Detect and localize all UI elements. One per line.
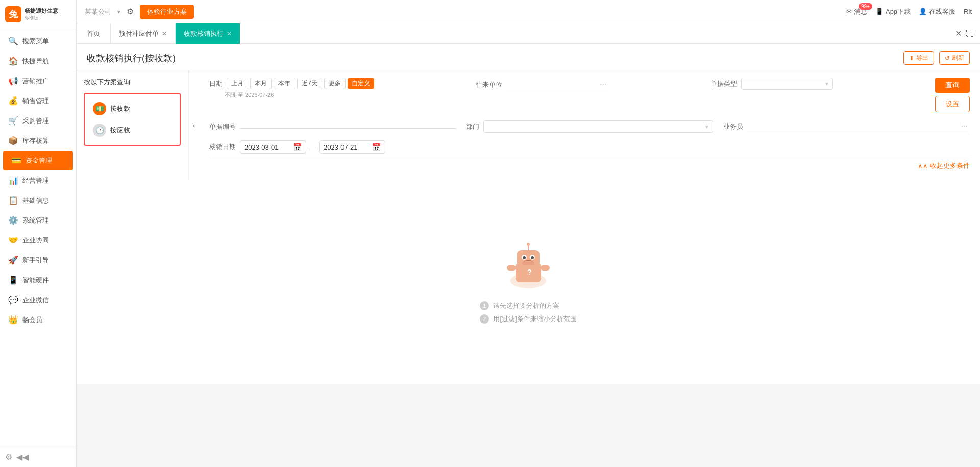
- settings-icon[interactable]: ⚙: [5, 452, 12, 462]
- sidebar-item-marketing[interactable]: 📢 营销推广: [0, 71, 76, 91]
- date-label: 日期: [209, 79, 223, 88]
- page-header: 收款核销执行(按收款) ⬆ 导出 ↺ 刷新: [77, 44, 980, 70]
- more-dates-btn[interactable]: 更多: [324, 78, 346, 89]
- counterparty-input[interactable]: ···: [506, 78, 608, 91]
- svg-rect-11: [541, 265, 550, 271]
- close-tab-icon[interactable]: ✕: [955, 29, 962, 38]
- collapse-sidebar-icon[interactable]: ◀◀: [16, 452, 29, 462]
- company-name: 某某公司: [85, 7, 111, 16]
- page-header-actions: ⬆ 导出 ↺ 刷新: [903, 51, 970, 65]
- doc-type-field: 单据类型 ▾: [710, 78, 833, 90]
- message-button[interactable]: ✉ 消息 99+: [846, 7, 867, 16]
- logo-icon: 兔: [5, 6, 21, 22]
- last-7days-btn[interactable]: 近7天: [297, 78, 322, 89]
- sidebar-item-system[interactable]: ⚙️ 系统管理: [0, 210, 76, 230]
- filter-panel-title: 按以下方案查询: [84, 78, 181, 87]
- filter-options: 💵 按收款 🕐 按应收: [84, 93, 181, 146]
- topbar: 某某公司 ▾ ⚙ 体验行业方案 ✉ 消息 99+ 📱 App下载 👤 在线客服 …: [77, 0, 980, 23]
- sidebar-item-quick-nav[interactable]: 🏠 快捷导航: [0, 51, 76, 71]
- query-button[interactable]: 查询: [935, 78, 970, 93]
- sidebar-item-finance[interactable]: 💳 资金管理: [3, 151, 73, 170]
- tab-close-collection[interactable]: ✕: [227, 30, 232, 37]
- settings-button[interactable]: 设置: [935, 96, 970, 112]
- system-icon: ⚙️: [8, 215, 18, 225]
- sidebar-item-wechat[interactable]: 💬 企业微信: [0, 290, 76, 310]
- counterparty-dots[interactable]: ···: [598, 80, 608, 89]
- salesperson-dots[interactable]: ···: [959, 121, 970, 131]
- search-icon: 🔍: [8, 36, 18, 46]
- salesperson-input[interactable]: ···: [747, 119, 970, 133]
- receivable-icon: 🕐: [93, 124, 106, 137]
- solution-button[interactable]: 体验行业方案: [140, 5, 194, 19]
- tabbar-actions: ✕ ⛶: [949, 29, 980, 38]
- sidebar-item-purchase[interactable]: 🛒 采购管理: [0, 111, 76, 131]
- salesperson-field: 业务员 ···: [723, 119, 970, 133]
- inventory-icon: 📦: [8, 136, 18, 145]
- custom-date-tag[interactable]: 自定义: [348, 78, 374, 89]
- department-select[interactable]: ▾: [483, 120, 713, 133]
- doc-number-input[interactable]: [240, 124, 456, 129]
- collapse-more-btn[interactable]: ∧∧ 收起更多条件: [209, 159, 970, 173]
- department-arrow-icon: ▾: [705, 123, 708, 130]
- search-row-2: 单据编号 部门 ▾ 业务员 ···: [209, 119, 970, 133]
- sidebar-item-sales[interactable]: 💰 销售管理: [0, 91, 76, 111]
- refresh-icon: ↺: [945, 55, 950, 62]
- tab-collection[interactable]: 收款核销执行 ✕: [176, 23, 240, 44]
- sidebar-item-member[interactable]: 👑 畅会员: [0, 310, 76, 330]
- filter-collapse-btn[interactable]: »: [189, 70, 199, 180]
- refresh-button[interactable]: ↺ 刷新: [939, 51, 970, 65]
- doc-type-select[interactable]: ▾: [741, 78, 833, 90]
- filter-option-receivable[interactable]: 🕐 按应收: [85, 119, 180, 141]
- filter-option-receipt[interactable]: 💵 按收款: [85, 98, 180, 119]
- verify-date-start-input[interactable]: 2023-03-01 📅: [240, 140, 306, 154]
- tab-home[interactable]: 首页: [77, 23, 111, 44]
- receipt-icon: 💵: [93, 102, 106, 115]
- this-month-btn[interactable]: 本月: [250, 78, 272, 89]
- tab-prepay[interactable]: 预付冲应付单 ✕: [111, 23, 176, 44]
- topbar-gear-icon[interactable]: ⚙: [127, 7, 134, 16]
- company-arrow-icon[interactable]: ▾: [117, 8, 120, 15]
- doc-number-label: 单据编号: [209, 122, 236, 131]
- date-no-limit: 不限: [225, 91, 236, 99]
- service-icon: 👤: [919, 8, 927, 15]
- tab-close-prepay[interactable]: ✕: [162, 30, 167, 37]
- last-month-btn[interactable]: 上月: [227, 78, 248, 89]
- enterprise-icon: 🤝: [8, 235, 18, 245]
- tip-num-2: 2: [480, 314, 489, 324]
- svg-text:?: ?: [527, 268, 532, 276]
- sidebar-nav: 🔍 搜索菜单 🏠 快捷导航 📢 营销推广 💰 销售管理 🛒 采购管理 📦 库存核…: [0, 29, 76, 447]
- sidebar-item-guide[interactable]: 🚀 新手引导: [0, 250, 76, 270]
- sidebar-item-operation[interactable]: 📊 经营管理: [0, 170, 76, 190]
- verify-date-label: 核销日期: [209, 142, 236, 152]
- receivable-label: 按应收: [110, 126, 130, 135]
- verify-date-range: 2023-03-01 📅 — 2023-07-21 📅: [240, 140, 385, 154]
- app-download-button[interactable]: 📱 App下载: [875, 7, 911, 16]
- sidebar-item-inventory[interactable]: 📦 库存核算: [0, 131, 76, 151]
- search-area: 日期 上月 本月 本年 近7天 更多 自定义 不限: [199, 70, 980, 180]
- message-icon: ✉: [846, 8, 852, 15]
- svg-rect-9: [522, 262, 534, 265]
- department-label: 部门: [466, 122, 479, 131]
- tabbar: 首页 预付冲应付单 ✕ 收款核销执行 ✕ ✕ ⛶: [77, 23, 980, 44]
- sidebar-item-enterprise[interactable]: 🤝 企业协同: [0, 230, 76, 250]
- filter-panel: 按以下方案查询 💵 按收款 🕐 按应收: [77, 70, 189, 180]
- purchase-icon: 🛒: [8, 116, 18, 126]
- calendar-start-icon: 📅: [293, 143, 302, 151]
- sidebar-item-search[interactable]: 🔍 搜索菜单: [0, 31, 76, 51]
- sidebar: 兔 畅捷通好生意 标准版 🔍 搜索菜单 🏠 快捷导航 📢 营销推广 💰 销售管理…: [0, 0, 77, 467]
- sales-icon: 💰: [8, 96, 18, 106]
- tip-num-1: 1: [480, 301, 489, 310]
- verify-date-end-input[interactable]: 2023-07-21 📅: [319, 140, 385, 154]
- export-button[interactable]: ⬆ 导出: [903, 51, 934, 65]
- counterparty-label: 往来单位: [476, 80, 502, 89]
- svg-point-6: [531, 256, 534, 259]
- finance-icon: 💳: [11, 156, 21, 165]
- online-service-button[interactable]: 👤 在线客服: [919, 7, 955, 16]
- sidebar-item-basic-info[interactable]: 📋 基础信息: [0, 190, 76, 210]
- date-separator: —: [309, 143, 316, 151]
- basic-info-icon: 📋: [8, 195, 18, 205]
- this-year-btn[interactable]: 本年: [274, 78, 295, 89]
- query-actions: 查询 设置: [935, 78, 970, 112]
- sidebar-item-hardware[interactable]: 📱 智能硬件: [0, 270, 76, 290]
- expand-tab-icon[interactable]: ⛶: [966, 29, 974, 38]
